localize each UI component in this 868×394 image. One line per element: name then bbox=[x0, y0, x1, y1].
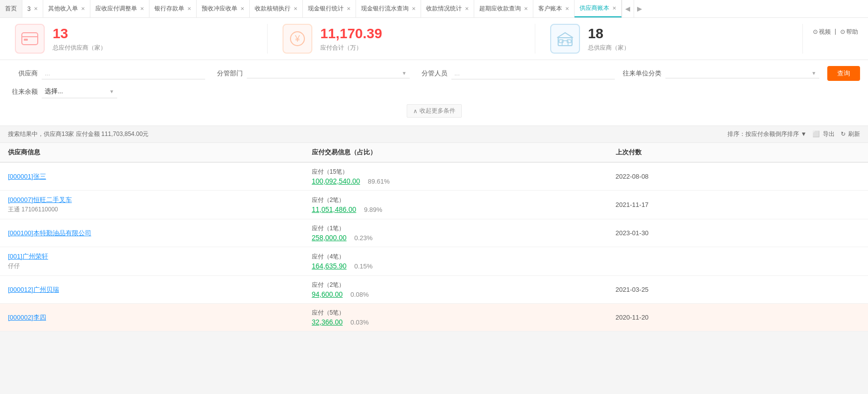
payable-info: 应付（4笔） 164,635.90 0.15% bbox=[312, 253, 600, 270]
payable-cell: 应付（1笔） 258,000.00 0.23% bbox=[304, 219, 608, 247]
supplier-link[interactable]: [000012]广州贝瑞 bbox=[8, 286, 59, 293]
nav-next-button[interactable]: ▶ bbox=[634, 0, 646, 17]
amount-link[interactable]: 258,000.00 bbox=[312, 234, 347, 242]
filter-person-label: 分管人员 bbox=[418, 69, 447, 78]
nav-tab-receiptstat-close[interactable]: ✕ bbox=[465, 6, 469, 11]
stat-card-total: ¥ 11,170.39 应付合计（万） bbox=[268, 24, 535, 54]
result-actions: 排序：按应付余额倒序排序 ▼ ⬜ 导出 ↻ 刷新 bbox=[727, 130, 860, 138]
sort-arrow-icon: ▼ bbox=[800, 131, 806, 137]
filter-dept-select[interactable]: ▼ bbox=[247, 68, 410, 78]
percent-value: 0.15% bbox=[355, 263, 373, 270]
nav-tab-income-close[interactable]: ✕ bbox=[81, 6, 85, 11]
filter-supplier-input[interactable] bbox=[42, 67, 205, 79]
nav-prev-button[interactable]: ◀ bbox=[622, 0, 634, 17]
nav-tab-customerbook-close[interactable]: ✕ bbox=[565, 6, 569, 11]
sort-label[interactable]: 排序：按应付余额倒序排序 ▼ bbox=[727, 130, 806, 138]
supplier-link[interactable]: [000001]张三 bbox=[8, 173, 46, 180]
help-link[interactable]: ⊙帮助 bbox=[840, 28, 858, 36]
th-extra bbox=[781, 143, 868, 162]
payable-cell: 应付（4笔） 164,635.90 0.15% bbox=[304, 247, 608, 276]
nav-tab-overdue-close[interactable]: ✕ bbox=[524, 6, 528, 11]
amount-link[interactable]: 100,092,540.00 bbox=[312, 177, 360, 185]
nav-tab-supplierbook-close[interactable]: ✕ bbox=[612, 5, 616, 11]
search-button[interactable]: 查询 bbox=[827, 66, 860, 81]
stat-number-suppliers: 13 bbox=[53, 25, 106, 42]
nav-tab-bank[interactable]: 银行存款单 ✕ bbox=[149, 0, 197, 17]
nav-tab-home[interactable]: 首页 bbox=[0, 0, 22, 17]
table-row: [000002]李四 应付（5笔） 32,366.00 0.03% 2020-1… bbox=[0, 304, 868, 331]
nav-tab-cashflow[interactable]: 现金银行流水查询 ✕ bbox=[356, 0, 421, 17]
nav-tab-adjust-close[interactable]: ✕ bbox=[140, 6, 144, 11]
supplier-cell: [000100]本特勤油品有限公司 bbox=[0, 219, 304, 247]
nav-tab-cashflow-close[interactable]: ✕ bbox=[412, 6, 416, 11]
supplier-link[interactable]: [000007]恒旺二手叉车 bbox=[8, 196, 72, 203]
nav-tab-prepay[interactable]: 预收冲应收单 ✕ bbox=[197, 0, 250, 17]
percent-value: 89.61% bbox=[368, 178, 390, 185]
supplier-cell: [000012]广州贝瑞 bbox=[0, 276, 304, 304]
payable-label: 应付（4笔） bbox=[312, 253, 600, 261]
lastpay-cell: 2023-01-30 bbox=[608, 219, 782, 247]
filter-balance-select[interactable]: 选择... ▼ bbox=[42, 85, 117, 98]
filter-category-label: 往来单位分类 bbox=[623, 69, 661, 78]
percent-value: 0.03% bbox=[351, 319, 369, 326]
nav-tab-adjust[interactable]: 应收应付调整单 ✕ bbox=[90, 0, 149, 17]
nav-tab-income[interactable]: 其他收入单 ✕ bbox=[43, 0, 90, 17]
stat-label-suppliers: 总应付供应商（家） bbox=[53, 44, 106, 52]
refresh-icon: ↻ bbox=[841, 131, 846, 137]
collapse-button[interactable]: ∧ 收起更多条件 bbox=[407, 104, 462, 118]
nav-tab-verify[interactable]: 收款核销执行 ✕ bbox=[250, 0, 303, 17]
supplier-cell: [000001]张三 bbox=[0, 162, 304, 191]
nav-tab-cashstat[interactable]: 现金银行统计 ✕ bbox=[303, 0, 356, 17]
th-payable: 应付交易信息（占比） bbox=[304, 143, 608, 162]
amount-link[interactable]: 164,635.90 bbox=[312, 262, 347, 270]
th-lastpay: 上次付数 bbox=[608, 143, 782, 162]
stat-info-suppliers: 13 总应付供应商（家） bbox=[53, 25, 106, 53]
nav-tab-bank-close[interactable]: ✕ bbox=[187, 6, 191, 11]
nav-tab-home-label: 首页 bbox=[5, 4, 17, 13]
nav-tab-prepay-close[interactable]: ✕ bbox=[240, 6, 244, 11]
stats-bar: 13 总应付供应商（家） ¥ 11,170.39 应付合计（万） bbox=[0, 18, 868, 60]
filter-category-select[interactable]: ▼ bbox=[665, 68, 820, 78]
svg-text:¥: ¥ bbox=[294, 34, 300, 44]
amount-link[interactable]: 32,366.00 bbox=[312, 318, 343, 326]
payable-info: 应付（1笔） 258,000.00 0.23% bbox=[312, 224, 600, 242]
lastpay-cell bbox=[608, 247, 782, 276]
last-pay-date: 2020-11-20 bbox=[616, 314, 649, 321]
last-pay-date: 2021-03-25 bbox=[616, 286, 649, 293]
collapse-chevron-icon: ∧ bbox=[413, 108, 418, 115]
links-divider: | bbox=[835, 28, 836, 35]
stat-icon-total: ¥ bbox=[283, 24, 312, 54]
nav-tab-customerbook[interactable]: 客户账本 ✕ bbox=[533, 0, 575, 17]
nav-tab-3[interactable]: 3 ✕ bbox=[22, 0, 43, 17]
th-supplier: 供应商信息 bbox=[0, 143, 304, 162]
payable-label: 应付（1笔） bbox=[312, 224, 600, 233]
extra-cell bbox=[781, 304, 868, 331]
payable-label: 应付（2笔） bbox=[312, 196, 600, 204]
payable-label: 应付（15笔） bbox=[312, 168, 600, 176]
nav-tab-receiptstat[interactable]: 收款情况统计 ✕ bbox=[421, 0, 474, 17]
nav-tab-cashstat-close[interactable]: ✕ bbox=[347, 6, 351, 11]
amount-link[interactable]: 11,051,486.00 bbox=[312, 205, 357, 213]
nav-tab-income-label: 其他收入单 bbox=[48, 4, 78, 13]
export-button[interactable]: ⬜ 导出 bbox=[812, 130, 834, 138]
amount-link[interactable]: 94,600.00 bbox=[312, 290, 343, 298]
supplier-link[interactable]: [000100]本特勤油品有限公司 bbox=[8, 229, 91, 237]
video-link[interactable]: ⊙视频 bbox=[813, 28, 831, 36]
stats-links: ⊙视频 | ⊙帮助 bbox=[803, 24, 868, 54]
refresh-button[interactable]: ↻ 刷新 bbox=[841, 130, 860, 138]
nav-tab-cashflow-label: 现金银行流水查询 bbox=[361, 4, 409, 13]
supplier-link[interactable]: [001]广州荣轩 bbox=[8, 253, 48, 260]
lastpay-cell: 2021-11-17 bbox=[608, 191, 782, 219]
stat-info-total: 11,170.39 应付合计（万） bbox=[320, 25, 382, 53]
nav-tab-3-close[interactable]: ✕ bbox=[34, 6, 38, 11]
filter-area: 供应商 分管部门 ▼ 分管人员 往来单位分类 ▼ 查询 bbox=[0, 60, 868, 126]
supplier-sub: 仔仔 bbox=[8, 262, 296, 270]
filter-person-input[interactable] bbox=[451, 67, 615, 79]
payable-cell: 应付（2笔） 11,051,486.00 9.89% bbox=[304, 191, 608, 219]
export-icon: ⬜ bbox=[812, 131, 820, 137]
stat-number-total: 11,170.39 bbox=[320, 25, 382, 42]
supplier-link[interactable]: [000002]李四 bbox=[8, 314, 46, 321]
nav-tab-supplierbook[interactable]: 供应商账本 ✕ bbox=[575, 0, 622, 17]
nav-tab-verify-close[interactable]: ✕ bbox=[293, 6, 297, 11]
nav-tab-overdue[interactable]: 超期应收款查询 ✕ bbox=[474, 0, 533, 17]
